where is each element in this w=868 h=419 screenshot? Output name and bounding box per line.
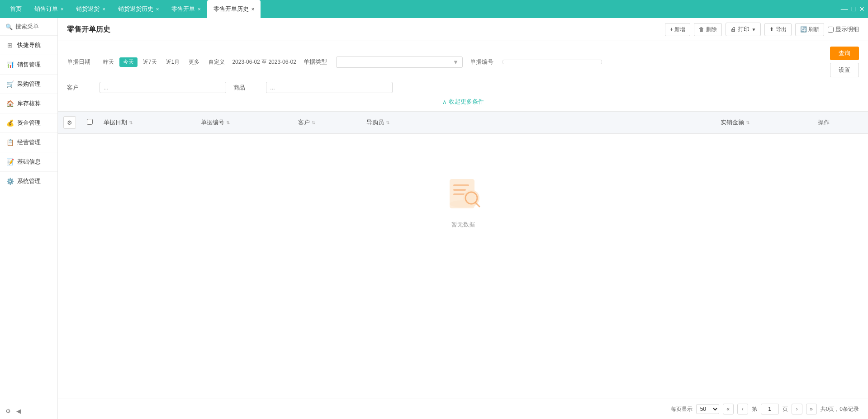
finance-icon: 💰 <box>6 119 14 127</box>
sidebar-item-basic-info[interactable]: 📝 基础信息 <box>0 152 57 172</box>
close-tab-sales-order[interactable]: × <box>61 6 63 12</box>
toolbar: + 新增 🗑 删除 🖨 打印 ▼ ⬆ 导出 🔄 刷新 显示明细 <box>665 23 859 36</box>
sidebar-item-system-mgmt[interactable]: ⚙️ 系统管理 <box>0 172 57 191</box>
col-action-header: 操作 <box>812 112 868 134</box>
col-date-sort-icon[interactable]: ⇅ <box>129 120 133 125</box>
window-controls: — □ × <box>841 5 864 14</box>
tab-retail-open[interactable]: 零售开单 × <box>165 0 207 18</box>
add-button[interactable]: + 新增 <box>665 23 690 36</box>
first-page-btn[interactable]: « <box>723 404 734 414</box>
query-set-group: 查询 设置 <box>830 47 859 77</box>
main-layout: 🔍 搜索采单 ⊞ 快捷导航 📊 销售管理 🛒 采购管理 🏠 库存核算 💰 资金管… <box>0 18 868 419</box>
sidebar-bottom: ⚙ ◀ <box>0 403 57 419</box>
col-amount-header: 实销金额 ⇅ <box>715 112 812 134</box>
print-button[interactable]: 🖨 打印 ▼ <box>726 23 761 36</box>
date-label: 单据日期 <box>67 58 92 66</box>
sidebar-item-sales-mgmt[interactable]: 📊 销售管理 <box>0 55 57 75</box>
show-detail-label: 显示明细 <box>828 25 859 33</box>
per-page-select[interactable]: 50 10 20 100 <box>696 404 719 414</box>
collapse-row: ∧ 收起更多条件 <box>67 98 859 106</box>
minimize-btn[interactable]: — <box>841 5 848 13</box>
doc-type-arrow-icon: ▼ <box>453 59 459 66</box>
tab-retail-open-history[interactable]: 零售开单历史 × <box>207 0 261 18</box>
goods-input[interactable]: ... <box>266 82 393 93</box>
delete-button[interactable]: 🗑 删除 <box>694 23 721 36</box>
doc-no-input[interactable] <box>503 60 602 64</box>
inventory-icon: 🏠 <box>6 100 14 107</box>
sidebar-search[interactable]: 🔍 搜索采单 <box>0 18 57 36</box>
empty-icon <box>441 170 486 215</box>
col-settings-header: ⚙ <box>58 112 81 134</box>
sidebar-item-purchase-mgmt[interactable]: 🛒 采购管理 <box>0 75 57 94</box>
table-settings-btn[interactable]: ⚙ <box>63 116 76 129</box>
sidebar-settings-icon[interactable]: ⚙ <box>5 408 11 414</box>
goods-placeholder: ... <box>270 84 275 91</box>
sidebar-item-quick-nav[interactable]: ⊞ 快捷导航 <box>0 36 57 55</box>
select-all-checkbox[interactable] <box>87 119 93 125</box>
sidebar-item-finance[interactable]: 💰 资金管理 <box>0 113 57 133</box>
filter-panel: 单据日期 昨天 今天 近7天 近1月 更多 自定义 2023-06-02 至 2… <box>58 41 868 112</box>
col-customer-sort-icon[interactable]: ⇅ <box>312 120 315 125</box>
page-label: 页 <box>783 405 788 413</box>
refresh-button[interactable]: 🔄 刷新 <box>795 23 824 36</box>
date-tab-today[interactable]: 今天 <box>119 57 138 67</box>
date-tab-1month[interactable]: 近1月 <box>162 57 184 67</box>
window-close-btn[interactable]: × <box>859 5 864 14</box>
empty-state: 暂无数据 <box>58 134 868 265</box>
top-bar: 首页 销售订单 × 销货退货 × 销货退货历史 × 零售开单 × 零售开单历史 … <box>0 0 868 18</box>
page-total: 共0页，0条记录 <box>821 405 859 413</box>
tab-sales-order[interactable]: 销售订单 × <box>28 0 70 18</box>
page-input[interactable] <box>761 404 779 414</box>
data-table: ⚙ 单据日期 ⇅ 单据编号 ⇅ <box>58 112 868 134</box>
col-no-header: 单据编号 ⇅ <box>195 112 293 134</box>
pagination-bar: 每页显示 50 10 20 100 « ‹ 第 页 › » 共0页，0条记录 <box>58 399 868 419</box>
sales-mgmt-icon: 📊 <box>6 61 14 68</box>
date-tabs: 昨天 今天 近7天 近1月 更多 自定义 2023-06-02 至 2023-0… <box>100 57 296 67</box>
col-salesperson-header: 导购员 ⇅ <box>361 112 444 134</box>
prev-page-btn[interactable]: ‹ <box>737 404 748 414</box>
show-detail-checkbox[interactable] <box>828 27 834 33</box>
export-button[interactable]: ⬆ 导出 <box>764 23 791 36</box>
close-tab-retail-open[interactable]: × <box>198 6 200 12</box>
set-button[interactable]: 设置 <box>830 63 859 77</box>
date-tab-custom[interactable]: 自定义 <box>205 57 228 67</box>
customer-label: 客户 <box>67 84 92 92</box>
sidebar-collapse-icon[interactable]: ◀ <box>16 408 21 414</box>
svg-rect-2 <box>453 184 469 186</box>
col-amount-sort-icon[interactable]: ⇅ <box>746 120 749 125</box>
next-page-btn[interactable]: › <box>792 404 802 414</box>
filter-row-2: 客户 ... 商品 ... <box>67 82 859 93</box>
sidebar-item-operation[interactable]: 📋 经营管理 <box>0 133 57 152</box>
last-page-btn[interactable]: » <box>806 404 817 414</box>
search-icon: 🔍 <box>5 24 13 30</box>
page-word: 第 <box>752 405 757 413</box>
customer-input[interactable]: ... <box>100 82 226 93</box>
date-range: 2023-06-02 至 2023-06-02 <box>232 58 296 66</box>
per-page-label: 每页显示 <box>671 405 693 413</box>
collapse-button[interactable]: ∧ 收起更多条件 <box>442 98 484 106</box>
page-header: 零售开单历史 + 新增 🗑 删除 🖨 打印 ▼ ⬆ 导出 🔄 刷新 显示明细 <box>58 18 868 41</box>
date-tab-yesterday[interactable]: 昨天 <box>100 57 118 67</box>
collapse-up-icon: ∧ <box>442 99 447 105</box>
col-salesperson-sort-icon[interactable]: ⇅ <box>386 120 389 125</box>
tab-sales-return-history[interactable]: 销货退货历史 × <box>112 0 165 18</box>
col-no-sort-icon[interactable]: ⇅ <box>226 120 230 125</box>
close-tab-sales-return-history[interactable]: × <box>156 6 159 12</box>
sidebar-item-inventory[interactable]: 🏠 库存核算 <box>0 94 57 113</box>
col-spacer-header <box>444 112 715 134</box>
doc-no-label: 单据编号 <box>470 58 495 66</box>
tab-home[interactable]: 首页 <box>4 0 28 18</box>
quick-nav-icon: ⊞ <box>6 42 14 49</box>
content-area: 零售开单历史 + 新增 🗑 删除 🖨 打印 ▼ ⬆ 导出 🔄 刷新 显示明细 单… <box>58 18 868 419</box>
purchase-mgmt-icon: 🛒 <box>6 80 14 88</box>
query-button[interactable]: 查询 <box>830 47 859 60</box>
col-customer-header: 客户 ⇅ <box>293 112 361 134</box>
tab-sales-return[interactable]: 销货退货 × <box>70 0 111 18</box>
doc-type-select[interactable]: ▼ <box>336 56 463 68</box>
close-tab-retail-open-history[interactable]: × <box>251 6 254 12</box>
svg-rect-3 <box>453 189 466 191</box>
date-tab-7days[interactable]: 近7天 <box>139 57 161 67</box>
close-tab-sales-return[interactable]: × <box>102 6 105 12</box>
date-tab-more[interactable]: 更多 <box>185 57 203 67</box>
maximize-btn[interactable]: □ <box>852 5 856 13</box>
